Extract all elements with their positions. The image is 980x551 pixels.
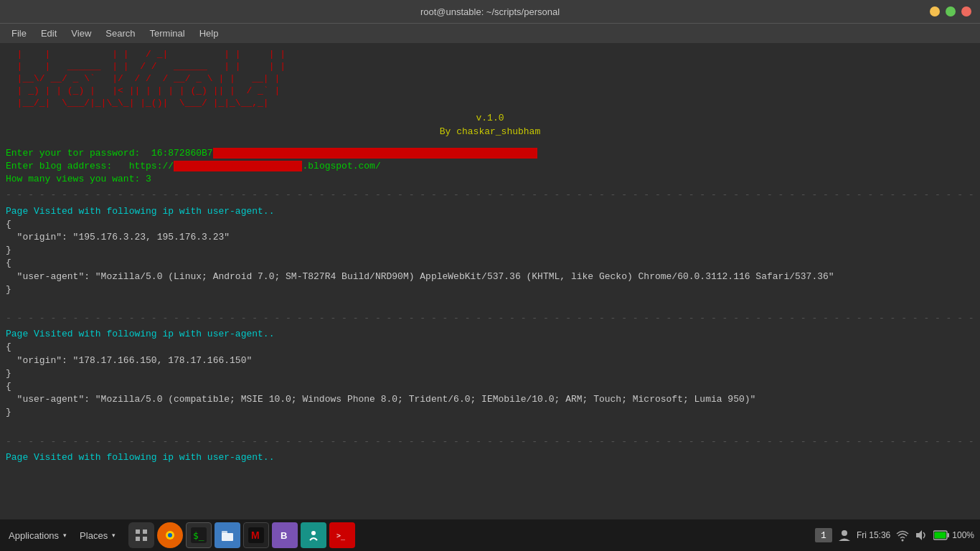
menu-edit[interactable]: Edit bbox=[35, 27, 62, 40]
battery-status: 100% bbox=[933, 530, 974, 540]
terminal-icon[interactable]: $_ bbox=[186, 522, 212, 548]
svg-text:M: M bbox=[251, 529, 260, 541]
applications-menu[interactable]: Applications ▾ bbox=[3, 527, 72, 544]
firefox-icon[interactable] bbox=[157, 522, 183, 548]
menu-search[interactable]: Search bbox=[100, 27, 141, 40]
taskbar: Applications ▾ Places ▾ bbox=[0, 519, 980, 551]
visit-1-origin: "origin": "195.176.3.23, 195.176.3.23" bbox=[6, 231, 974, 244]
blog-address-line: Enter blog address: https://XXXXXXXXXXXX… bbox=[6, 160, 974, 173]
svg-rect-10 bbox=[222, 533, 233, 541]
visit-2-ua-close: } bbox=[6, 406, 974, 419]
svg-point-21 bbox=[902, 540, 904, 542]
blank-1 bbox=[6, 296, 974, 309]
menu-file[interactable]: File bbox=[6, 27, 32, 40]
svg-point-17 bbox=[311, 531, 316, 535]
minimize-button[interactable] bbox=[930, 6, 940, 17]
taskbar-right: 1 Fri 15:36 bbox=[815, 528, 974, 542]
separator-1: - - - - - - - - - - - - - - - - - - - - … bbox=[6, 189, 974, 202]
visit-2-json-open: { bbox=[6, 341, 974, 354]
separator-3: - - - - - - - - - - - - - - - - - - - - … bbox=[6, 435, 974, 448]
svg-point-6 bbox=[168, 533, 172, 537]
visit-1-json-open: { bbox=[6, 218, 974, 231]
window-title: root@unstable: ~/scripts/personal bbox=[420, 6, 560, 17]
menu-terminal[interactable]: Terminal bbox=[144, 27, 191, 40]
svg-text:B: B bbox=[281, 530, 287, 541]
visit-2-ua-open: { bbox=[6, 380, 974, 393]
taskbar-apps: $_ M B bbox=[128, 522, 355, 548]
bootstrap-icon[interactable]: B bbox=[272, 522, 298, 548]
title-bar: root@unstable: ~/scripts/personal bbox=[0, 0, 980, 23]
by-line: By chaskar_shubham bbox=[6, 126, 974, 138]
svg-rect-25 bbox=[935, 532, 946, 539]
visit-1-json-close: } bbox=[6, 244, 974, 257]
visit-2-ua: "user-agent": "Mozilla/5.0 (compatible; … bbox=[6, 393, 974, 406]
files-icon[interactable] bbox=[215, 522, 240, 548]
visit-1-ua-close: } bbox=[6, 283, 974, 296]
terminal-content: | | | | / _| | | | | | | ______ | | / / … bbox=[0, 43, 980, 519]
svg-rect-2 bbox=[136, 537, 140, 541]
maximize-button[interactable] bbox=[946, 6, 956, 17]
svg-rect-11 bbox=[222, 531, 227, 534]
close-button[interactable] bbox=[961, 6, 971, 17]
svg-rect-0 bbox=[136, 529, 140, 534]
wifi-icon[interactable] bbox=[896, 529, 909, 542]
menu-view[interactable]: View bbox=[65, 27, 97, 40]
svg-marker-22 bbox=[916, 530, 922, 540]
views-line: How many views you want: 3 bbox=[6, 173, 974, 186]
visit-1-ua-open: { bbox=[6, 257, 974, 270]
separator-2: - - - - - - - - - - - - - - - - - - - - … bbox=[6, 312, 974, 325]
tor-password-redacted: XXXXXXXXXXXXXXXXXXXXXXXXXXXXXXXXXXXXXXXX… bbox=[213, 148, 537, 159]
svg-point-20 bbox=[842, 530, 847, 536]
svg-rect-24 bbox=[948, 533, 950, 537]
battery-percentage: 100% bbox=[952, 530, 974, 540]
places-label: Places bbox=[80, 530, 108, 541]
workspace-indicator[interactable]: 1 bbox=[815, 528, 832, 542]
svg-rect-3 bbox=[143, 537, 147, 541]
terminal2-icon[interactable]: >_ bbox=[329, 522, 355, 548]
places-chevron-icon: ▾ bbox=[112, 532, 116, 539]
volume-icon[interactable] bbox=[915, 529, 928, 542]
applications-label: Applications bbox=[9, 530, 59, 541]
menu-help[interactable]: Help bbox=[194, 27, 225, 40]
visit-header-2: Page Visited with following ip with user… bbox=[6, 328, 974, 341]
window-controls bbox=[930, 6, 971, 17]
gitkraken-icon[interactable] bbox=[301, 522, 326, 548]
applications-chevron-icon: ▾ bbox=[63, 532, 67, 539]
clock: Fri 15:36 bbox=[857, 530, 890, 540]
places-menu[interactable]: Places ▾ bbox=[74, 527, 121, 544]
tor-password-line: Enter your tor password: 16:872860B7XXXX… bbox=[6, 147, 974, 160]
svg-rect-1 bbox=[143, 529, 147, 534]
menu-bar: File Edit View Search Terminal Help bbox=[0, 23, 980, 43]
visit-header-1: Page Visited with following ip with user… bbox=[6, 205, 974, 218]
markdown-editor-icon[interactable]: M bbox=[243, 522, 269, 548]
datetime-display: Fri 15:36 bbox=[857, 530, 890, 540]
visit-header-3: Page Visited with following ip with user… bbox=[6, 451, 974, 464]
visit-2-origin: "origin": "178.17.166.150, 178.17.166.15… bbox=[6, 354, 974, 367]
svg-text:$_: $_ bbox=[193, 530, 204, 541]
blog-address-redacted: XXXXXXXXXXXXXXXXXXXXXXX bbox=[174, 161, 302, 171]
ascii-art: | | | | / _| | | | | | | ______ | | / / … bbox=[6, 49, 974, 109]
blank-2 bbox=[6, 420, 974, 433]
taskbar-left: Applications ▾ Places ▾ bbox=[3, 527, 121, 544]
svg-text:>_: >_ bbox=[336, 532, 346, 540]
apps-grid-icon[interactable] bbox=[128, 522, 154, 548]
visit-1-ua: "user-agent": "Mozilla/5.0 (Linux; Andro… bbox=[6, 270, 974, 283]
visit-2-json-close: } bbox=[6, 367, 974, 380]
user-icon[interactable] bbox=[838, 529, 851, 542]
version-line: v.1.0 bbox=[6, 112, 974, 125]
